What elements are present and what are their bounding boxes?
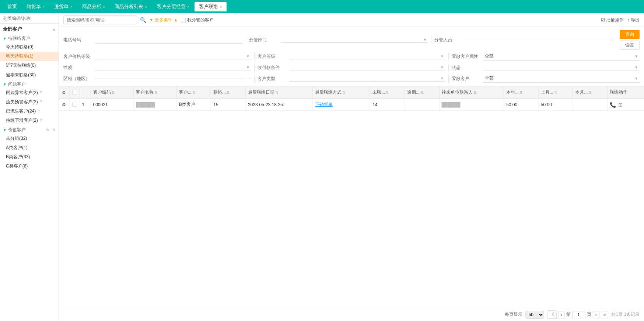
reset-button[interactable]: 设置: [620, 41, 640, 50]
th-this-year[interactable]: 本年...⇅: [504, 86, 539, 99]
th-gear[interactable]: ⚙: [59, 86, 69, 99]
query-button[interactable]: 查询: [620, 30, 640, 39]
sidebar-item-ungrouped[interactable]: 未分组(32): [0, 134, 59, 143]
pagination: 《 ‹ 第 页 › »: [547, 310, 609, 319]
retail-customer-chevron-icon: ▼: [634, 76, 638, 80]
content-area: 🔍 ▼ 更多条件 ▲ 我分管的客户 ☑ 批量操作 ↑ 导出: [59, 13, 644, 321]
collapse-icon[interactable]: «: [53, 27, 56, 32]
th-unit-contacts[interactable]: 往来单位联系人⇅: [439, 86, 504, 99]
th-customer-type[interactable]: 客户...⇅: [176, 86, 211, 99]
sidebar-item-class-b[interactable]: B类客户(33): [0, 152, 59, 162]
th-checkbox[interactable]: [69, 86, 80, 99]
nav-purchase[interactable]: 进货单 ×: [50, 2, 77, 11]
th-customer-name[interactable]: 客户名称⇅: [134, 86, 177, 99]
group-value-customers[interactable]: ▼ 价值客户 ↻ ✎: [0, 125, 59, 134]
contact-more-icon[interactable]: ⊞: [618, 102, 623, 108]
nature-select[interactable]: ▼: [95, 65, 251, 70]
region-ellipsis-btn[interactable]: ···: [248, 76, 251, 81]
sidebar-item-7days[interactable]: 近7天待联络(0): [0, 61, 59, 70]
sidebar-item-churn-warning[interactable]: 流失预警客户(3) ?: [0, 97, 59, 107]
retail-customer-select[interactable]: 全部 ▼: [483, 75, 640, 83]
first-page-btn[interactable]: 《: [547, 310, 557, 319]
group-problem-customers[interactable]: ▼ 问题客户: [0, 80, 59, 88]
dept-chevron-icon: ▼: [423, 38, 427, 42]
close-goods-analysis-list-icon[interactable]: ×: [145, 4, 147, 9]
my-customers-checkbox[interactable]: [181, 18, 186, 23]
th-customer-code[interactable]: 客户编码⇅: [91, 86, 134, 99]
filter-retail-attr: 零散客户属性 全部 ▼: [452, 52, 640, 61]
price-level-chevron-icon: ▼: [246, 54, 250, 58]
nav-home[interactable]: 首页: [3, 2, 21, 11]
prev-page-btn[interactable]: ‹: [558, 311, 565, 318]
sidebar-item-repurchase-anomaly[interactable]: 回购异常客户(2) ?: [0, 88, 59, 97]
top-nav: 首页 销货单 × 进货单 × 商品分析 × 商品分析列表 × 客户分层经营 × …: [0, 0, 644, 13]
filter-region: 区域（地区） ···: [63, 76, 251, 82]
price-level-select[interactable]: ▼: [95, 54, 251, 59]
row-checkbox[interactable]: [69, 99, 80, 111]
th-last-contact-date[interactable]: 最后联络日期⇅: [245, 86, 312, 99]
nav-goods-analysis[interactable]: 商品分析 ×: [78, 2, 109, 11]
close-goods-analysis-icon[interactable]: ×: [103, 4, 105, 9]
retail-attr-select[interactable]: 全部 ▼: [483, 52, 640, 61]
table-container: ⚙ 客户编码⇅ 客户名称⇅ 客户...⇅: [59, 86, 644, 308]
status-chevron-icon: ▼: [634, 65, 638, 69]
close-sales-icon[interactable]: ×: [42, 4, 45, 9]
sidebar-item-tomorrow[interactable]: 明天待联络(1): [0, 52, 59, 61]
th-uncontacted[interactable]: 未联...⇅: [370, 86, 405, 99]
dept-select[interactable]: ▼: [281, 37, 428, 43]
row-gear[interactable]: ⚙: [59, 99, 69, 111]
close-customer-segment-icon[interactable]: ×: [187, 4, 189, 9]
sidebar-item-class-c[interactable]: C类客户(6): [0, 162, 59, 171]
table-row: ⚙ 1 000021 ██████ B类客户 15 2023-05-23 18:…: [59, 99, 644, 111]
sidebar-item-declining[interactable]: 持续下滑客户(2) ?: [0, 116, 59, 125]
th-overdue[interactable]: 逾期...⇅: [405, 86, 439, 99]
search-button[interactable]: 🔍: [140, 17, 146, 23]
payment-terms-select[interactable]: ▼: [289, 65, 445, 70]
last-page-btn[interactable]: »: [601, 311, 609, 318]
export-btn[interactable]: ↑ 导出: [627, 17, 640, 23]
nav-customer-segment[interactable]: 客户分层经营 ×: [153, 2, 194, 11]
filter-row-2: 客户价格等级 ▼ 客户等级 ▼ 零散客户属性: [63, 52, 640, 61]
person-ellipsis-btn[interactable]: ···: [610, 37, 614, 42]
th-this-month[interactable]: 本月...⇅: [573, 86, 608, 99]
nav-sales[interactable]: 销货单 ×: [22, 2, 49, 11]
sidebar-item-today[interactable]: 今天待联络(0): [0, 42, 59, 52]
nav-goods-analysis-list[interactable]: 商品分析列表 ×: [110, 2, 151, 11]
batch-op-btn[interactable]: ☑ 批量操作: [601, 17, 624, 23]
close-customer-contact-icon[interactable]: ×: [220, 4, 222, 9]
search-input[interactable]: [63, 15, 137, 24]
page-input[interactable]: [572, 311, 585, 318]
th-checkbox-box[interactable]: [72, 90, 77, 94]
sort-name-icon: ⇅: [154, 90, 157, 94]
per-page-select[interactable]: 50 20 100: [525, 311, 544, 319]
sidebar-item-overdue[interactable]: 逾期未联络(30): [0, 70, 59, 80]
edit-value-icon[interactable]: ✎: [52, 128, 56, 132]
retail-attr-chevron-icon: ▼: [634, 54, 638, 58]
my-customers-toggle[interactable]: 我分管的客户: [181, 17, 214, 23]
contact-phone-icon[interactable]: 📞: [610, 102, 616, 108]
customer-type-chevron-icon: ▼: [440, 76, 444, 80]
sort-last-month-icon: ⇅: [554, 90, 557, 94]
row-cb-box[interactable]: [72, 102, 77, 107]
refresh-icon[interactable]: ↻: [46, 128, 49, 132]
filter-bar-right: ☑ 批量操作 ↑ 导出: [601, 17, 640, 23]
sidebar-search-input[interactable]: [3, 16, 58, 21]
group-pending-contact[interactable]: ▼ 待联络客户: [0, 34, 59, 42]
th-contacts[interactable]: 联络...⇅: [211, 86, 246, 99]
next-page-btn[interactable]: ›: [593, 311, 599, 318]
customer-type-select[interactable]: ▼: [289, 76, 445, 82]
all-customers-header: 全部客户 «: [0, 24, 59, 34]
row-last-month: 50.00: [538, 99, 573, 111]
filter-row-1: 电话号码 分管部门 ▼ 分管人员 ···: [63, 30, 640, 50]
th-last-month[interactable]: 上月...⇅: [538, 86, 573, 99]
close-purchase-icon[interactable]: ×: [70, 4, 72, 9]
th-last-contact-method[interactable]: 最后联络方式⇅: [313, 86, 370, 99]
sidebar-item-class-a[interactable]: A类客户(1): [0, 143, 59, 152]
more-conditions-btn[interactable]: ▼ 更多条件 ▲: [149, 17, 178, 23]
customer-level-select[interactable]: ▼: [289, 54, 445, 59]
nav-customer-contact[interactable]: 客户联络 ×: [195, 2, 226, 11]
sidebar-item-churned[interactable]: 已流失客户(24) ?: [0, 107, 59, 116]
status-select[interactable]: ▼: [483, 65, 640, 70]
phone-input[interactable]: [95, 37, 243, 44]
row-last-contact-method[interactable]: 下销货单: [313, 99, 370, 111]
